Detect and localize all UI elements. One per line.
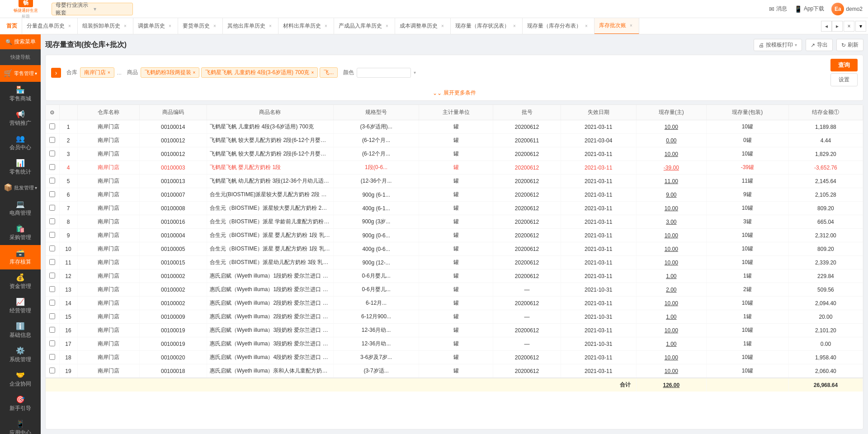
row-checkbox[interactable]: [49, 354, 55, 360]
sidebar-item-basic[interactable]: ℹ️ 基础信息: [0, 318, 41, 343]
row-stock-main[interactable]: 10.00: [636, 364, 706, 378]
nav-close-btn[interactable]: ×: [844, 21, 854, 32]
remove-product-tag-1-icon[interactable]: ×: [193, 70, 196, 75]
row-checkbox[interactable]: [49, 137, 55, 143]
row-stock-main[interactable]: 1.00: [636, 310, 706, 324]
row-checkbox[interactable]: [49, 273, 55, 278]
row-checkbox[interactable]: [49, 313, 55, 319]
row-checkbox[interactable]: [49, 300, 55, 306]
sidebar-item-retail[interactable]: 🛒 零售管理 ▾: [0, 65, 41, 82]
row-stock-main[interactable]: 10.00: [636, 147, 706, 161]
tab-order[interactable]: 要货单历史 ×: [178, 18, 223, 34]
remove-warehouse-tag-icon[interactable]: ×: [108, 70, 110, 75]
row-settings[interactable]: [46, 215, 59, 229]
tab-stock2[interactable]: 现存量（库存分布表） ×: [523, 18, 594, 34]
sidebar-item-purchase[interactable]: 🛍️ 采购管理: [0, 221, 41, 245]
warehouse-more-btn[interactable]: ...: [117, 70, 122, 76]
product-more-btn[interactable]: 飞...: [320, 67, 338, 78]
color-dropdown-icon[interactable]: ▾: [414, 70, 416, 75]
row-settings[interactable]: [46, 351, 59, 364]
row-stock-main[interactable]: 2.00: [636, 283, 706, 297]
remove-product-tag-2-icon[interactable]: ×: [311, 70, 314, 75]
template-print-btn[interactable]: 🖨 按模板打印 ▾: [754, 39, 802, 51]
close-icon[interactable]: ×: [628, 23, 634, 29]
sidebar-search-btn[interactable]: 🔍 搜索菜单: [0, 34, 41, 49]
row-settings[interactable]: [46, 297, 59, 310]
tab-cost[interactable]: 成本调整单历史 ×: [395, 18, 451, 34]
close-icon[interactable]: ×: [267, 23, 274, 29]
tab-outbound[interactable]: 其他出库单历史 ×: [223, 18, 278, 34]
row-checkbox[interactable]: [49, 286, 55, 292]
row-settings[interactable]: [46, 283, 59, 297]
row-stock-main[interactable]: 10.00: [636, 202, 706, 215]
row-stock-main[interactable]: 10.00: [636, 351, 706, 364]
sidebar-item-stock-calc[interactable]: 🗃️ 库存核算: [0, 245, 41, 269]
message-btn[interactable]: ✉ 消息: [769, 5, 787, 13]
nav-prev-btn[interactable]: ◂: [821, 21, 832, 32]
sidebar-item-member[interactable]: 👥 会员中心: [0, 131, 41, 155]
nav-next-btn[interactable]: ▸: [832, 21, 843, 32]
sidebar-item-wholesale[interactable]: 📦 批发管理 ▾: [0, 179, 41, 196]
row-checkbox[interactable]: [49, 123, 55, 129]
tab-product[interactable]: 产成品入库单历史 ×: [334, 18, 395, 34]
table-scroll[interactable]: ⚙ 仓库名称 商品编码 商品名称 规格型号 主计量单位 批号 失效日期 现存量(…: [46, 105, 863, 429]
row-settings[interactable]: [46, 256, 59, 269]
tab-home[interactable]: 首页: [2, 18, 22, 34]
col-settings[interactable]: ⚙: [46, 105, 59, 120]
row-stock-main[interactable]: 9.00: [636, 188, 706, 202]
row-checkbox[interactable]: [49, 259, 55, 265]
row-stock-main[interactable]: -39.00: [636, 161, 706, 175]
sidebar-item-collab[interactable]: 🤝 企业协同: [0, 367, 41, 392]
row-stock-main[interactable]: 1.00: [636, 269, 706, 283]
row-checkbox[interactable]: [49, 245, 55, 251]
tab-material[interactable]: 材料出库单历史 ×: [278, 18, 334, 34]
app-download-btn[interactable]: 📱 App下载: [794, 5, 824, 13]
sidebar-item-ecommerce[interactable]: 💻 电商管理: [0, 196, 41, 221]
expand-sidebar-btn[interactable]: ›: [51, 68, 61, 78]
row-stock-main[interactable]: 10.00: [636, 242, 706, 256]
row-stock-main[interactable]: 3.00: [636, 215, 706, 229]
tab-inventory[interactable]: 分量盘点单历史 ×: [22, 18, 78, 34]
row-checkbox[interactable]: [49, 218, 55, 224]
row-checkbox[interactable]: [49, 327, 55, 333]
row-settings[interactable]: [46, 120, 59, 134]
sidebar-item-marketing[interactable]: 📢 营销推广: [0, 106, 41, 131]
product-tag-2[interactable]: 飞鹤星飞帆 儿童奶粉 4段(3-6岁适用) 700克 ×: [201, 67, 318, 78]
row-settings[interactable]: [46, 364, 59, 378]
sidebar-item-finance[interactable]: 💰 资金管理: [0, 269, 41, 294]
warehouse-tag[interactable]: 南岸门店 ×: [80, 67, 114, 78]
close-icon[interactable]: ×: [384, 23, 390, 29]
sidebar-item-system[interactable]: ⚙️ 系统管理: [0, 343, 41, 367]
nav-menu-btn[interactable]: ▾: [855, 21, 866, 32]
row-settings[interactable]: [46, 202, 59, 215]
tab-assembly[interactable]: 组装拆卸单历史 ×: [78, 18, 133, 34]
color-input[interactable]: [357, 68, 411, 78]
sidebar-item-business[interactable]: 📈 经营管理: [0, 294, 41, 318]
setting-btn[interactable]: 设置: [830, 73, 858, 86]
row-checkbox[interactable]: [49, 205, 55, 211]
tab-transfer[interactable]: 调拨单历史 ×: [133, 18, 178, 34]
row-checkbox[interactable]: [49, 191, 55, 197]
row-checkbox[interactable]: [49, 340, 55, 346]
close-icon[interactable]: ×: [323, 23, 329, 29]
close-icon[interactable]: ×: [212, 23, 218, 29]
sidebar-item-guide[interactable]: 🎯 新手引导: [0, 392, 41, 416]
row-stock-main[interactable]: 10.00: [636, 229, 706, 242]
search-btn[interactable]: 查询: [830, 59, 858, 71]
sidebar-item-apps[interactable]: 📱 应用中心: [0, 416, 41, 434]
row-stock-main[interactable]: 10.00: [636, 324, 706, 337]
close-icon[interactable]: ×: [167, 23, 173, 29]
row-settings[interactable]: [46, 175, 59, 188]
close-icon[interactable]: ×: [583, 23, 590, 29]
sidebar-item-shop[interactable]: 🏪 零售商城: [0, 82, 41, 106]
tab-batch[interactable]: 库存批次账 ×: [594, 18, 639, 34]
row-stock-main[interactable]: 1.00: [636, 337, 706, 351]
user-menu[interactable]: Ea demo2: [831, 3, 863, 15]
row-settings[interactable]: [46, 134, 59, 147]
row-stock-main[interactable]: 11.00: [636, 175, 706, 188]
close-icon[interactable]: ×: [66, 23, 73, 29]
row-stock-main[interactable]: 10.00: [636, 256, 706, 269]
row-settings[interactable]: [46, 324, 59, 337]
row-checkbox[interactable]: [49, 368, 55, 373]
tab-selector[interactable]: 母婴行业演示账套 ▾: [52, 3, 133, 15]
